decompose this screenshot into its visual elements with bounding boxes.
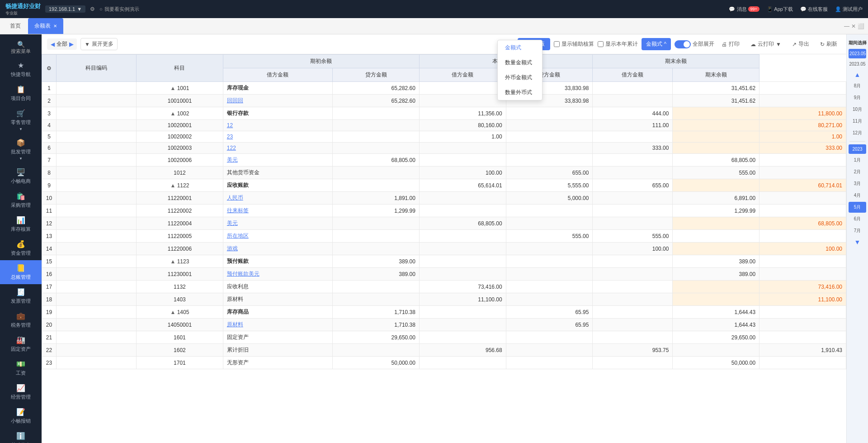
period-9[interactable]: 9月 (847, 92, 868, 103)
period-4[interactable]: 4月 (847, 190, 868, 201)
filter-all[interactable]: ◀ 全部 ▶ (47, 38, 77, 50)
tab-close-icon[interactable]: ✕ (851, 23, 856, 29)
topbar-service[interactable]: 💬 在线客服 (800, 6, 828, 13)
period-2[interactable]: 2月 (847, 167, 868, 177)
sidebar-item-retail[interactable]: 🛒 零售管理 ▼ (0, 105, 42, 135)
row-code: 11220004 (137, 217, 223, 230)
row-cb-debit: 1,299.99 (673, 205, 760, 217)
period-3[interactable]: 3月 (847, 178, 868, 189)
col-code-header: 科目编码 (57, 55, 137, 82)
table-row: 2 10010001 回回回 65,282.60 33,830.98 31,45… (42, 95, 846, 107)
period-6[interactable]: 6月 (847, 214, 868, 224)
period-7[interactable]: 7月 (847, 225, 868, 236)
expand-more[interactable]: ▼ 展开更多 (80, 38, 118, 50)
dropdown-item-qty-foreign[interactable]: 数量外币式 (498, 85, 542, 100)
row-number: 2 (42, 95, 57, 107)
sidebar-item-purchase[interactable]: 🛍️ 采购管理 (0, 188, 42, 212)
row-ca-credit (593, 95, 673, 107)
sidebar-item-quick-nav[interactable]: ★ 快捷导航 (0, 57, 42, 81)
sidebar-search[interactable]: 🔍 搜索菜单 (0, 38, 42, 57)
sidebar-item-wholesale[interactable]: 📦 批发管理 ▼ (0, 135, 42, 164)
dropdown-item-amount[interactable]: 金额式 (498, 40, 542, 55)
refresh-button[interactable]: ↻刷新 (816, 38, 841, 50)
period-2023-05-2[interactable]: 2023.05 (847, 59, 868, 69)
row-subject[interactable]: 回回回 (223, 95, 332, 107)
row-subject[interactable]: 美元 (223, 217, 332, 230)
row-cb-credit: 11,100.00 (760, 293, 846, 306)
row-ob-credit: 11,356.00 (419, 107, 506, 120)
tab-balance[interactable]: 余额表 ✕ (28, 18, 63, 34)
row-subject[interactable]: 12 (223, 120, 332, 131)
period-2023-05-1[interactable]: 2023.05 (849, 49, 866, 58)
balance-table: ⚙ 科目编码 科目 期初余额 本期发生额 期末余额 借方金额 贷方金额 借方金额… (42, 54, 846, 369)
row-subject[interactable]: 原材料 (223, 319, 332, 331)
row-subject[interactable]: 往来标签 (223, 205, 332, 217)
period-10[interactable]: 10月 (847, 104, 868, 115)
row-ob-credit: 956.68 (419, 344, 506, 357)
sidebar-item-project[interactable]: 📋 项目合同 (0, 81, 42, 105)
period-year-2023[interactable]: 2023 (849, 144, 866, 154)
topbar-user[interactable]: 👤 测试用户 (835, 6, 863, 13)
table-row: 9 ▲ 1122 应收账款 65,614.01 5,555.00 655.00 … (42, 179, 846, 192)
tab-close-icon[interactable]: ✕ (53, 24, 57, 29)
sidebar-item-ops[interactable]: 📈 经营管理 (0, 380, 42, 404)
period-down-arrow[interactable]: ▼ (847, 237, 868, 247)
row-ca-debit (506, 255, 593, 268)
row-ob-credit: 65,614.01 (419, 179, 506, 192)
sidebar-item-inventory[interactable]: 📊 库存核算 (0, 212, 42, 236)
sidebar-item-ecommerce[interactable]: 🖥️ 小畅电商 (0, 164, 42, 188)
tab-home[interactable]: 首页 (4, 18, 27, 34)
dropdown-item-foreign-amount[interactable]: 外币金额式 (498, 70, 542, 85)
sidebar-item-ledger[interactable]: 📒 总账管理 (0, 260, 42, 284)
row-subject[interactable]: 人民币 (223, 192, 332, 205)
period-1[interactable]: 1月 (847, 155, 868, 166)
row-ca-debit (506, 107, 593, 120)
row-subject[interactable]: 预付账款美元 (223, 268, 332, 281)
cloud-print-button[interactable]: ☁云打印▼ (747, 38, 785, 50)
show-ytd-checkbox[interactable]: 显示本年累计 (598, 40, 638, 48)
period-8[interactable]: 8月 (847, 81, 868, 91)
sidebar-item-assets[interactable]: 🏭 固定资产 (0, 332, 42, 356)
row-subject: 原材料 (223, 293, 332, 306)
sidebar-item-tax[interactable]: 💼 税务管理 (0, 308, 42, 332)
sidebar-item-capital[interactable]: 💰 资金管理 (0, 236, 42, 260)
print-button[interactable]: 🖨打印 (718, 38, 743, 50)
sidebar-item-expense[interactable]: 📝 小畅报销 (0, 404, 42, 428)
mode-button[interactable]: 金额式 ^ (642, 38, 671, 50)
period-5[interactable]: 5月 (849, 202, 866, 213)
sidebar-item-payroll[interactable]: 💵 工资 (0, 356, 42, 380)
row-cb-credit (760, 167, 846, 179)
topbar-demo[interactable]: ○ 我要看实例演示 (99, 6, 139, 13)
sidebar-item-invoice[interactable]: 🧾 发票管理 (0, 284, 42, 308)
export-button[interactable]: ↗导出 (788, 38, 813, 50)
topbar-address[interactable]: 192.168.1.1 ▼ (45, 5, 85, 13)
row-ob-credit (419, 230, 506, 243)
row-ca-credit (593, 255, 673, 268)
sidebar-item-basic[interactable]: ℹ️ 基础信息 (0, 428, 42, 443)
right-period-panel: 期间选择 2023.05 2023.05 ▲ 8月 9月 10月 11月 12月… (846, 34, 868, 443)
row-subject[interactable]: 美元 (223, 154, 332, 167)
row-subject[interactable]: 23 (223, 131, 332, 143)
period-12[interactable]: 12月 (847, 128, 868, 138)
row-subject[interactable]: 122 (223, 143, 332, 154)
expand-toggle[interactable]: 全部展开 (675, 40, 714, 48)
row-ob-debit (333, 143, 420, 154)
period-up-arrow[interactable]: ▲ (847, 70, 868, 80)
period-11[interactable]: 11月 (847, 116, 868, 127)
row-ca-debit (506, 357, 593, 369)
topbar-app[interactable]: 📱 App下载 (767, 6, 793, 13)
col-settings[interactable]: ⚙ (42, 55, 57, 82)
topbar-msg[interactable]: 💬 消息 99+ (729, 6, 759, 13)
row-cb-debit (673, 243, 760, 255)
dropdown-item-qty-amount[interactable]: 数量金额式 (498, 55, 542, 70)
tab-minimize-icon[interactable]: — (844, 23, 849, 29)
show-aux-checkbox[interactable]: 显示辅助核算 (554, 40, 594, 48)
topbar-gear-icon[interactable]: ⚙ (90, 6, 95, 12)
table-row: 17 1132 应收利息 73,416.00 73,416.00 (42, 281, 846, 293)
row-subject[interactable]: 游戏 (223, 243, 332, 255)
tab-expand-icon[interactable]: ⬜ (858, 23, 864, 29)
row-cb-credit (760, 268, 846, 281)
row-code: 1601 (137, 331, 223, 344)
row-settings (57, 268, 137, 281)
row-subject[interactable]: 所在地区 (223, 230, 332, 243)
